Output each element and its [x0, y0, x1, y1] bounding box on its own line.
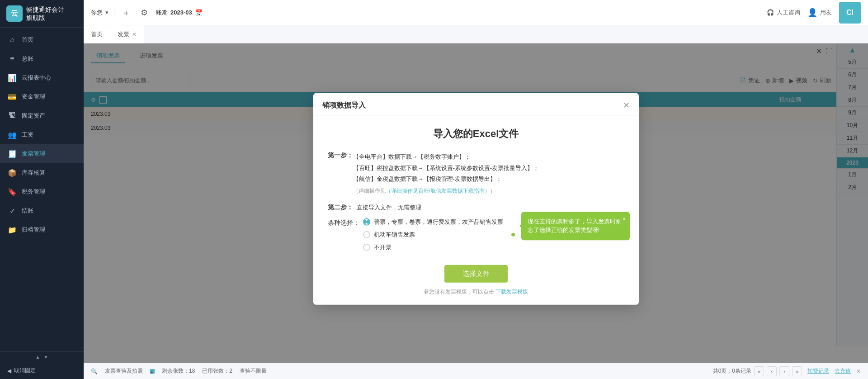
- period-value: 2023-03: [170, 9, 192, 16]
- page-prev-btn[interactable]: ‹: [767, 366, 777, 376]
- bottom-bar-right: 共0页，0条记录 « ‹ › » 扣费记录 去充值 ✕: [713, 366, 861, 376]
- sidebar-item-label: 结账: [22, 207, 33, 215]
- calendar-icon[interactable]: 📅: [195, 9, 203, 16]
- inventory-icon: 📦: [7, 168, 17, 178]
- invoice-check-label: 发票查验及拍照: [105, 367, 143, 375]
- sidebar-item-home[interactable]: ⌂ 首页: [0, 30, 84, 49]
- tooltip-bubble: × 现在支持的票种多了，导入发票时别忘了选择正确的发票类型呀!: [521, 212, 630, 240]
- user-avatar: CI: [839, 2, 861, 24]
- check-status-dot: ●: [150, 369, 155, 374]
- radio-circle-3: [363, 244, 370, 251]
- tab-invoice[interactable]: 发票 ✕: [110, 25, 144, 43]
- step1-label: 第一步：: [328, 152, 353, 196]
- sidebar-item-checkout[interactable]: ✓ 结账: [0, 201, 84, 220]
- asset-icon: 🏗: [7, 111, 17, 121]
- sidebar-item-report[interactable]: 📊 云报表中心: [0, 68, 84, 87]
- step2-label: 第二步：: [328, 204, 353, 212]
- remaining-count: 剩余张数：18: [162, 367, 195, 375]
- page-info: 共0页，0条记录: [713, 367, 751, 375]
- sidebar-item-invoice[interactable]: 🧾 发票管理: [0, 144, 84, 163]
- sidebar-item-label: 首页: [22, 36, 33, 44]
- account-selector[interactable]: 你您 ▾: [91, 9, 108, 17]
- sidebar-scroll-up[interactable]: ▲: [36, 355, 40, 360]
- tab-home[interactable]: 首页: [84, 25, 110, 43]
- app-name: 畅捷通好会计: [26, 5, 64, 14]
- sidebar-nav: ⌂ 首页 ≡ 总账 📊 云报表中心 💳 资金管理 🏗 固定资产 👥 工资: [0, 28, 84, 351]
- ticket-select-row: 票种选择： 普票，专票，卷票，通行费发票，农产品销售发票: [328, 218, 624, 256]
- main-content: 你您 ▾ ＋ ⚙ 账期 2023-03 📅 🎧 人工咨询 👤 用友: [84, 0, 868, 379]
- radio-label-1: 普票，专票，卷票，通行费发票，农产品销售发票: [374, 218, 503, 226]
- sidebar-item-archive[interactable]: 📁 归档管理: [0, 220, 84, 239]
- page-last-btn[interactable]: »: [792, 366, 802, 376]
- radio-item-no-ticket[interactable]: 不开票: [363, 243, 503, 251]
- tab-home-label: 首页: [91, 30, 103, 38]
- modal-main-title: 导入您的Excel文件: [328, 127, 624, 141]
- sidebar-item-ledger[interactable]: ≡ 总账: [0, 49, 84, 68]
- sidebar-item-label: 库存核算: [22, 169, 45, 177]
- payroll-icon: 👥: [7, 130, 17, 140]
- sidebar-item-label: 资金管理: [22, 93, 45, 101]
- deduct-records-link[interactable]: 扣费记录: [807, 367, 829, 375]
- content-area: 销项发票 进项发票 📄 凭证 ⊕ 新增: [84, 43, 868, 363]
- radio-group: 普票，专票，卷票，通行费发票，农产品销售发票 机动车销售发票: [363, 218, 503, 256]
- invoice-content: 销项发票 进项发票 📄 凭证 ⊕ 新增: [84, 43, 868, 363]
- app-sub: 旗舰版: [26, 14, 64, 22]
- tooltip-close-icon[interactable]: ×: [622, 214, 626, 224]
- account-name: 你您: [91, 9, 103, 17]
- page-first-btn[interactable]: «: [754, 366, 764, 376]
- user-menu[interactable]: 👤 用友: [807, 8, 832, 18]
- radio-item-general[interactable]: 普票，专票，卷票，通行费发票，农产品销售发票: [363, 218, 503, 226]
- select-file-button[interactable]: 选择文件: [444, 265, 508, 283]
- sidebar-item-label: 工资: [22, 131, 33, 139]
- go-recharge-link[interactable]: 去充值: [835, 367, 851, 375]
- topbar-right: 🎧 人工咨询 👤 用友 CI: [767, 2, 861, 24]
- sidebar-item-tax[interactable]: 🔖 税务管理: [0, 182, 84, 201]
- tab-invoice-label: 发票: [118, 30, 129, 38]
- sidebar-item-label: 云报表中心: [22, 74, 51, 82]
- step1-line1: 【全电平台】数据下载→【税务数字账户】；: [353, 152, 539, 163]
- sidebar: 云 畅捷通好会计 旗舰版 ⌂ 首页 ≡ 总账 📊 云报表中心 💳 资金管理: [0, 0, 84, 379]
- user-icon: 👤: [807, 8, 817, 18]
- invoice-icon: 🧾: [7, 149, 17, 159]
- period-label: 账期: [156, 9, 168, 17]
- checkout-icon: ✓: [7, 206, 17, 216]
- page-next-btn[interactable]: ›: [779, 366, 789, 376]
- radio-label-2: 机动车销售发票: [374, 231, 415, 239]
- tax-icon: 🔖: [7, 187, 17, 197]
- sidebar-item-label: 总账: [22, 55, 33, 63]
- home-icon: ⌂: [7, 35, 17, 45]
- sidebar-item-inventory[interactable]: 📦 库存核算: [0, 163, 84, 182]
- radio-label-3: 不开票: [374, 243, 392, 251]
- logo-icon: 云: [6, 5, 23, 22]
- modal-body: 导入您的Excel文件 第一步： 【全电平台】数据下载→【税务数字账户】； 【百…: [313, 116, 639, 305]
- close-bottom-icon[interactable]: ✕: [856, 368, 861, 374]
- sidebar-item-label: 发票管理: [22, 150, 45, 158]
- page-nav: 共0页，0条记录 « ‹ › »: [713, 366, 802, 376]
- consult-button[interactable]: 🎧 人工咨询: [767, 9, 800, 17]
- sidebar-item-payroll[interactable]: 👥 工资: [0, 125, 84, 144]
- sidebar-scroll-down[interactable]: ▼: [44, 355, 48, 360]
- step1-link-text: （详细操作见: [353, 188, 386, 194]
- step2-row: 第二步： 直接导入文件，无需整理: [328, 204, 624, 212]
- sidebar-item-fund[interactable]: 💳 资金管理: [0, 87, 84, 106]
- sidebar-item-label: 税务管理: [22, 188, 45, 196]
- ticket-select-label: 票种选择：: [328, 218, 359, 227]
- download-template-link[interactable]: 下载发票模版: [495, 289, 528, 295]
- tabbar: 首页 发票 ✕: [84, 25, 868, 43]
- fund-icon: 💳: [7, 92, 17, 102]
- sidebar-item-label: 归档管理: [22, 226, 45, 234]
- headset-icon: 🎧: [767, 9, 774, 16]
- step1-line3: 【航信】金税盘数据下载→【报税管理-发票数据导出】；: [353, 174, 539, 185]
- sidebar-item-asset[interactable]: 🏗 固定资产: [0, 106, 84, 125]
- topbar-divider: [114, 8, 114, 17]
- tab-invoice-close-icon[interactable]: ✕: [132, 31, 137, 38]
- period-display: 账期 2023-03 📅: [156, 9, 203, 17]
- step1-row: 第一步： 【全电平台】数据下载→【税务数字账户】； 【百旺】税控盘数据下载→【系…: [328, 152, 624, 196]
- download-guide-link[interactable]: （详细操作见百旺/航信发票数据下载指南）: [386, 188, 490, 194]
- sidebar-cancel-fixed[interactable]: ◀ 取消固定: [0, 362, 84, 379]
- add-button[interactable]: ＋: [120, 6, 132, 19]
- modal-close-icon[interactable]: ✕: [623, 100, 630, 110]
- radio-item-motor[interactable]: 机动车销售发票 × 现在支持的票种多了，导入发票时别忘了选择正确的发票类型呀!: [363, 231, 503, 239]
- sidebar-item-label: 固定资产: [22, 112, 45, 120]
- settings-icon[interactable]: ⚙: [138, 6, 151, 19]
